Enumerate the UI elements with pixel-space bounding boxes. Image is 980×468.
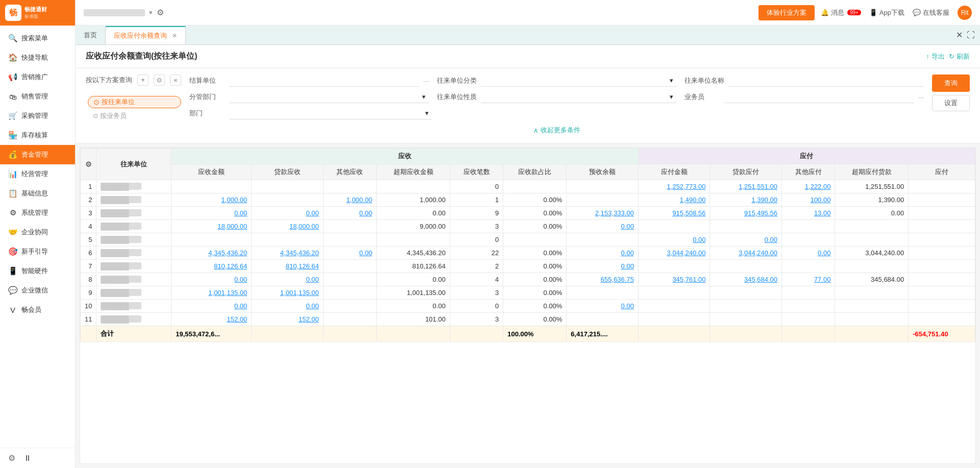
tab-close-icon[interactable]: ✕ — [172, 32, 177, 39]
inventory-icon: 🏪 — [8, 131, 17, 140]
sidebar-settings-icon[interactable]: ⚙ — [8, 453, 15, 463]
query-button[interactable]: 查询 — [932, 75, 970, 92]
table-row: 11██████152.00152.00101.0030.00% — [81, 313, 975, 326]
close-icon[interactable]: ✕ — [956, 30, 963, 40]
col-ar-other: 其他应收 — [323, 164, 376, 180]
collapse-scheme-button[interactable]: « — [170, 75, 181, 86]
table-row: 1██████01,252,773.001,251,551.001,222.00… — [81, 180, 975, 193]
settings-icon[interactable]: ⚙ — [157, 8, 164, 17]
guide-icon: 🎯 — [8, 247, 17, 256]
partner-category-select[interactable]: ▾ — [481, 75, 676, 87]
salesman-dots[interactable]: ··· — [918, 93, 924, 101]
export-button[interactable]: ↑ 导出 — [926, 52, 945, 61]
sidebar-item-search[interactable]: 🔍搜索菜单 — [0, 29, 75, 48]
settlement-unit-dots[interactable]: ··· — [423, 77, 429, 85]
operation-icon: 📊 — [8, 169, 17, 179]
notifications-action[interactable]: 🔔 消息 99+ — [821, 8, 861, 17]
system-icon: ⚙ — [8, 208, 17, 217]
bell-icon: 🔔 — [821, 9, 829, 16]
sidebar-item-enterprise[interactable]: 🤝企业协同 — [0, 223, 75, 242]
marketing-icon: 📢 — [8, 72, 17, 82]
col-ap-other: 其他应付 — [782, 164, 835, 180]
sidebar-item-guide[interactable]: 🎯新手引导 — [0, 242, 75, 261]
home-icon: 🏠 — [8, 53, 17, 62]
export-icon: ↑ — [926, 53, 930, 60]
logo: 畅 畅捷通财 标准版 — [0, 0, 75, 26]
company-name — [84, 9, 145, 16]
page-actions: ↑ 导出 ↻ 刷新 — [926, 52, 970, 61]
chevron-down-icon[interactable]: ▾ — [149, 9, 153, 16]
add-scheme-button[interactable]: + — [137, 75, 149, 86]
filter-area: 按以下方案查询 + ⊙ « ⊙ 按往来单位 ⊙ 按业务员 — [76, 68, 980, 143]
gear-icon: ⚙ — [85, 160, 92, 168]
table-row: 3██████0.000.000.000.0090.00%2,153,333.0… — [81, 207, 975, 220]
tab-arquery[interactable]: 应收应付余额查询 ✕ — [106, 26, 186, 44]
footer-ap-total: -654,751.40 — [909, 326, 975, 342]
download-icon: 📱 — [869, 9, 877, 16]
scheme-partner-tag[interactable]: ⊙ 按往来单位 — [88, 96, 181, 108]
online-service-action[interactable]: 💬 在线客服 — [913, 8, 949, 17]
sidebar-item-purchase[interactable]: 🛒采购管理 — [0, 106, 75, 126]
sidebar-item-basic[interactable]: 📋基础信息 — [0, 184, 75, 203]
sidebar-item-inventory[interactable]: 🏪库存核算 — [0, 126, 75, 145]
table-row: 10██████0.000.000.0000.00%0.00 — [81, 300, 975, 313]
refresh-button[interactable]: ↻ 刷新 — [949, 52, 970, 61]
sidebar-collapse-icon[interactable]: ⏸ — [23, 454, 32, 463]
collapse-filter-button[interactable]: ∧ 收起更多条件 — [533, 124, 580, 137]
main-area: ▾ ⚙ 体验行业方案 🔔 消息 99+ 📱 App下载 💬 在线客服 Rit — [76, 0, 980, 468]
wechat-icon: 💬 — [8, 286, 17, 295]
salesman-input[interactable] — [724, 91, 914, 103]
app-download-action[interactable]: 📱 App下载 — [869, 8, 904, 17]
sidebar-item-quick[interactable]: 🏠快捷导航 — [0, 48, 75, 67]
capital-icon: 💰 — [8, 150, 17, 159]
sidebar-item-wechat[interactable]: 💬企业微信 — [0, 281, 75, 300]
search-icon: 🔍 — [8, 34, 17, 43]
sidebar-item-operation[interactable]: 📊经营管理 — [0, 164, 75, 184]
sidebar-item-marketing[interactable]: 📢营销推广 — [0, 67, 75, 87]
hardware-icon: 📱 — [8, 266, 17, 276]
settings-button[interactable]: 设置 — [932, 95, 970, 111]
table-row: 9██████1,001,135.001,001,135.001,001,135… — [81, 286, 975, 300]
settings-scheme-button[interactable]: ⊙ — [154, 75, 165, 86]
partner-name-input[interactable] — [728, 75, 924, 87]
user-avatar[interactable]: Rit — [958, 6, 972, 20]
table-footer-row: 合计 19,553,472,6... 100.00% 6,417,215....… — [81, 326, 975, 342]
partner-nature-select[interactable]: ▾ — [481, 91, 676, 103]
tab-home[interactable]: 首页 — [76, 27, 106, 44]
filter-partner-nature: 往来单位性质 ▾ — [437, 91, 676, 103]
promo-button[interactable]: 体验行业方案 — [758, 5, 815, 20]
settlement-unit-input[interactable] — [229, 75, 419, 87]
table-container: ⚙ 往来单位 应收 应付 应收金额 贷款应收 其他应收 超期应收金额 应收笔数 … — [80, 147, 976, 464]
enterprise-icon: 🤝 — [8, 228, 17, 237]
scheme-salesman-tag[interactable]: ⊙ 按业务员 — [88, 110, 181, 121]
table-settings-col[interactable]: ⚙ — [81, 149, 96, 180]
col-ar-amount: 应收金额 — [172, 164, 252, 180]
sidebar-item-capital[interactable]: 💰资金管理 — [0, 145, 75, 164]
dept-select[interactable]: ▾ — [229, 107, 432, 119]
logo-text: 畅捷通财 标准版 — [24, 6, 47, 20]
filter-row-3: 部门 ▾ — [189, 107, 924, 119]
filter-partner-category: 往来单位分类 ▾ — [437, 75, 676, 87]
sidebar-item-sales[interactable]: 🛍销售管理 — [0, 87, 75, 106]
sidebar-item-hardware[interactable]: 📱智能硬件 — [0, 261, 75, 281]
sales-icon: 🛍 — [8, 92, 17, 101]
sidebar-item-member[interactable]: V畅会员 — [0, 300, 75, 319]
table-row: 5██████00.000.00 — [81, 233, 975, 247]
col-ar-count: 应收笔数 — [450, 164, 503, 180]
refresh-icon: ↻ — [949, 53, 954, 60]
sidebar-item-system[interactable]: ⚙系统管理 — [0, 203, 75, 223]
maximize-icon[interactable]: ⛶ — [967, 31, 975, 40]
table-row: 2██████1,000.001,000.001,000.0010.00%1,4… — [81, 193, 975, 207]
dept-manager-select[interactable]: ▾ — [229, 91, 429, 103]
query-btn-group: 查询 设置 — [932, 75, 970, 137]
footer-label: 合计 — [96, 326, 172, 342]
filter-salesman: 业务员 ··· — [684, 91, 924, 103]
member-icon: V — [8, 306, 17, 314]
table-row: 8██████0.000.000.0040.00%655,636.75345,7… — [81, 273, 975, 286]
basic-icon: 📋 — [8, 189, 17, 198]
filter-dept: 部门 ▾ — [189, 107, 432, 119]
col-prepay: 预收余额 — [567, 164, 639, 180]
sidebar-menu: 🔍搜索菜单 🏠快捷导航 📢营销推广 🛍销售管理 🛒采购管理 🏪库存核算 💰资金管… — [0, 26, 75, 448]
col-ar-loan: 贷款应收 — [252, 164, 324, 180]
tab-bar-right: ✕ ⛶ — [956, 30, 980, 40]
